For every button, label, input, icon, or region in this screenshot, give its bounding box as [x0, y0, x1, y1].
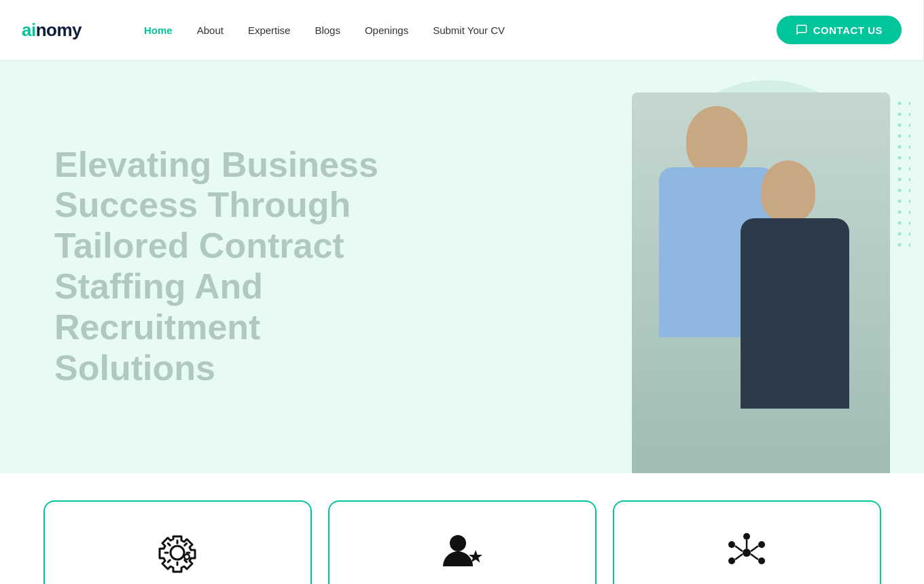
logo[interactable]: ainomy: [22, 20, 117, 41]
nav-link-home[interactable]: Home: [144, 24, 173, 36]
nav-links: HomeAboutExpertiseBlogsOpeningsSubmit Yo…: [144, 24, 777, 36]
svg-point-9: [758, 541, 765, 548]
cards-section: Specialized Sectors Tailored Strategies …: [0, 473, 924, 584]
svg-point-10: [728, 557, 735, 564]
card-specialized-sectors: Specialized Sectors: [43, 500, 312, 584]
contact-us-label: CONTACT US: [813, 24, 883, 36]
card-tailored-strategies: Tailored Strategies: [328, 500, 597, 584]
svg-point-12: [743, 533, 750, 540]
svg-point-2: [171, 546, 184, 560]
navbar: ainomy HomeAboutExpertiseBlogsOpeningsSu…: [0, 0, 924, 60]
hero-content: Elevating Business Success Through Tailo…: [0, 104, 462, 430]
people-placeholder: [632, 92, 890, 473]
nav-link-blogs[interactable]: Blogs: [315, 24, 340, 36]
person2-body: [741, 218, 849, 409]
hero-section: Elevating Business Success Through Tailo…: [0, 60, 924, 473]
svg-point-5: [450, 535, 466, 551]
svg-point-4: [185, 555, 189, 559]
nav-link-about[interactable]: About: [197, 24, 224, 36]
person2-head: [761, 160, 815, 222]
logo-ai: ai: [22, 20, 36, 40]
hero-people-image: [632, 79, 890, 473]
card-extensive-network: Extensive Network: [613, 500, 881, 584]
person-star-icon: [438, 529, 486, 577]
gear-circuit-icon: [154, 529, 201, 577]
svg-line-16: [735, 554, 743, 560]
person1-head: [686, 106, 747, 174]
svg-line-17: [751, 554, 758, 560]
hero-title: Elevating Business Success Through Tailo…: [54, 145, 408, 389]
nav-link-expertise[interactable]: Expertise: [248, 24, 291, 36]
contact-us-button[interactable]: CONTACT US: [777, 16, 902, 44]
nav-link-openings[interactable]: Openings: [365, 24, 408, 36]
network-icon: [723, 529, 770, 577]
nav-link-submit-your-cv[interactable]: Submit Your CV: [433, 24, 505, 36]
svg-line-14: [735, 546, 743, 551]
svg-point-11: [758, 557, 765, 564]
svg-point-8: [728, 541, 735, 548]
svg-point-7: [743, 549, 751, 557]
svg-line-15: [751, 546, 758, 551]
chat-icon: [796, 24, 808, 36]
logo-nomy: nomy: [36, 20, 82, 40]
